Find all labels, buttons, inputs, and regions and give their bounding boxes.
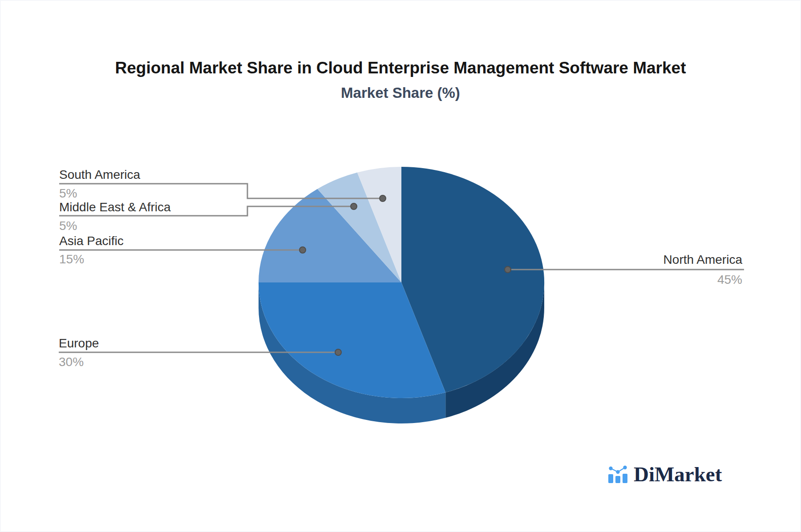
bar-chart-logo-icon (607, 464, 629, 483)
label-south-america: South America (59, 169, 140, 181)
leader-dot-europe (335, 349, 341, 355)
value-europe: 30% (59, 356, 84, 368)
value-south-america: 5% (59, 187, 77, 200)
leader-dot-north-america (505, 266, 511, 273)
pie-slices (259, 167, 544, 423)
brand-name: DiMarket (634, 465, 722, 483)
label-middle-east-africa: Middle East & Africa (59, 201, 171, 214)
leader-dot-middle-east-africa (351, 203, 357, 210)
leader-dot-asia-pacific (299, 247, 306, 253)
pie-chart (1, 1, 801, 532)
chart-canvas: Regional Market Share in Cloud Enterpris… (0, 0, 801, 532)
value-asia-pacific: 15% (59, 253, 84, 266)
label-europe: Europe (59, 337, 99, 350)
value-middle-east-africa: 5% (59, 220, 77, 232)
label-north-america: North America (663, 254, 742, 266)
value-north-america: 45% (717, 274, 742, 286)
leader-dot-south-america (380, 195, 386, 202)
brand-logo: DiMarket (607, 464, 722, 483)
label-asia-pacific: Asia Pacific (59, 235, 124, 247)
